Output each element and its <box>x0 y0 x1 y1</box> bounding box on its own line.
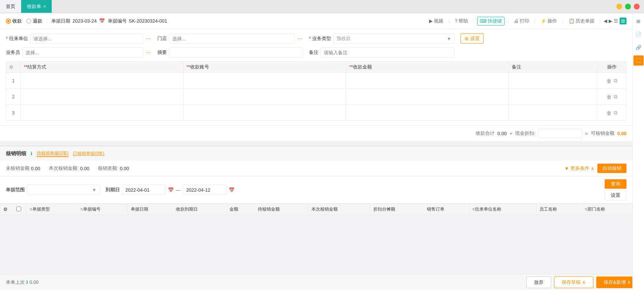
minimize-button[interactable] <box>616 4 622 9</box>
table-settings-button[interactable]: 设置 <box>605 190 627 200</box>
footer-info-icon[interactable]: ℹ <box>26 279 28 285</box>
radio-refund[interactable]: 退款 <box>26 18 42 24</box>
operate-btn[interactable]: ⚡ 操作 <box>538 17 559 25</box>
staff-field: 业务员 ··· <box>6 47 152 58</box>
doc-date-group: 单据日期 2023-03-24 📅 <box>51 18 105 24</box>
auto-verify-button[interactable]: 自动核销 <box>597 164 627 173</box>
row-3-settle[interactable] <box>21 105 184 121</box>
row-1-remark[interactable] <box>509 73 597 89</box>
col-settle-header: **结算方式 <box>21 62 184 73</box>
bottom-col-num: ⇅单据编号 <box>77 204 128 215</box>
grid-icon[interactable]: ⊞ <box>620 17 627 24</box>
range-select[interactable]: ▼ <box>27 185 100 195</box>
sort-icon-4: ⇅ <box>585 207 588 211</box>
query-button[interactable]: 查询 <box>605 179 627 189</box>
nav-prev-icon[interactable]: ◀ <box>604 18 607 24</box>
calendar-to-icon[interactable]: 📅 <box>229 187 235 193</box>
completed-tab[interactable]: 已核销单据(0笔) <box>73 150 105 157</box>
verification-info-icon[interactable]: ℹ <box>31 151 32 156</box>
abandon-button[interactable]: 放弃 <box>526 277 551 288</box>
tab-receipt-label: 收款单 <box>27 3 41 10</box>
row-2-delete-icon[interactable]: 🗑 <box>606 94 612 100</box>
row-2-remark[interactable] <box>509 89 597 105</box>
print-btn[interactable]: 🖨 打印 <box>512 17 531 25</box>
sidebar-link-icon[interactable]: 🔗 <box>633 42 644 52</box>
row-1-delete-icon[interactable]: 🗑 <box>606 78 612 84</box>
footer-doc-value: 0.00 <box>30 279 39 285</box>
history-btn[interactable]: 📋 历史单据 <box>566 17 597 25</box>
row-2-amount[interactable] <box>346 89 509 105</box>
list-icon[interactable]: ☰ <box>614 18 618 24</box>
maximize-button[interactable] <box>625 4 631 9</box>
equals-sign: = <box>585 131 588 136</box>
row-3-account[interactable] <box>183 105 346 121</box>
row-3-actions: 🗑 ⧉ <box>597 105 627 121</box>
total-label: 收款合计 <box>476 130 495 137</box>
discount-input[interactable] <box>538 129 582 138</box>
row-1-amount[interactable] <box>346 73 509 89</box>
bottom-col-staff: 员工名称 <box>536 204 581 215</box>
current-label: 本次核销金额: <box>49 165 79 172</box>
bottom-col-date: 单据日期 <box>128 204 173 215</box>
row-3-delete-icon[interactable]: 🗑 <box>606 110 612 116</box>
close-button[interactable] <box>634 4 640 9</box>
bottom-col-gear: ⚙ <box>0 204 13 215</box>
calendar-icon[interactable]: 📅 <box>99 18 105 24</box>
row-2-actions: 🗑 ⧉ <box>597 89 627 105</box>
sidebar-file-icon[interactable]: 📄 <box>633 29 644 39</box>
more-filters-btn[interactable]: ▼ 更多条件 ∧ <box>564 165 594 172</box>
save-draft-button[interactable]: 保存草稿 ∧ <box>554 277 593 288</box>
doc-num-group: 单据编号 SK-20230324-001 <box>108 18 168 24</box>
nav-next-icon[interactable]: ▶ <box>609 18 612 24</box>
row-1-account[interactable] <box>183 73 346 89</box>
remark-input[interactable] <box>321 47 455 58</box>
row-2-copy-icon[interactable]: ⧉ <box>614 94 617 100</box>
row-1-copy-icon[interactable]: ⧉ <box>614 78 617 84</box>
row-3-copy-icon[interactable]: ⧉ <box>614 110 617 116</box>
help-btn[interactable]: ? 帮助 <box>453 17 470 25</box>
shortcut-btn[interactable]: ⌨ 快捷键 <box>477 17 504 26</box>
video-btn[interactable]: ▶ 视频 <box>427 17 445 25</box>
select-all-checkbox[interactable] <box>16 207 21 211</box>
save-new-arrow-icon: ∧ <box>627 279 631 285</box>
row-3-amount[interactable] <box>346 105 509 121</box>
calendar-from-icon[interactable]: 📅 <box>168 187 174 193</box>
sort-icon: ⇅ <box>30 207 32 211</box>
bottom-col-current: 本次核销金额 <box>309 204 370 215</box>
date-to-input[interactable] <box>183 185 227 195</box>
sidebar-table-icon[interactable]: ⊞ <box>633 16 644 26</box>
row-2-settle[interactable] <box>21 89 184 105</box>
sidebar-expand-icon[interactable]: ⛶ <box>633 55 644 66</box>
counterparty-input[interactable] <box>30 34 143 44</box>
tab-receipt[interactable]: 收款单 × <box>21 0 52 13</box>
bottom-col-dept: ⇅部门名称 <box>581 204 632 215</box>
settings-button[interactable]: ⚙ 设置 <box>460 34 484 44</box>
row-2-account[interactable] <box>183 89 346 105</box>
counterparty-more-icon[interactable]: ··· <box>145 35 152 42</box>
biztype-field: 业务类型 预收款 ▼ <box>309 34 455 44</box>
staff-input[interactable] <box>22 47 143 58</box>
row-2-num: 2 <box>6 89 21 105</box>
bottom-gear-icon[interactable]: ⚙ <box>3 207 8 212</box>
col-actions-header: 操作 <box>597 62 627 73</box>
staff-more-icon[interactable]: ··· <box>145 49 152 56</box>
date-from-input[interactable] <box>122 185 166 195</box>
table-gear-icon[interactable]: ⚙ <box>9 64 13 70</box>
store-input[interactable] <box>169 34 295 44</box>
pending-tab[interactable]: 待核销单据(0笔) <box>37 150 68 157</box>
save-new-button[interactable]: 保存&新增 ∧ <box>596 277 638 288</box>
duedate-label: 到期日 <box>106 187 120 193</box>
radio-receipt[interactable]: 收款 <box>6 18 22 24</box>
diff-label: 核销差额: <box>98 165 118 172</box>
row-1-num: 1 <box>6 73 21 89</box>
biztype-select[interactable]: 预收款 ▼ <box>333 34 455 44</box>
toolbar: 收款 退款 单据日期 2023-03-24 📅 单据编号 SK-20230324… <box>0 13 632 29</box>
remark-field: 备注 <box>309 47 455 58</box>
tab-close-icon[interactable]: × <box>43 4 46 9</box>
row-3-remark[interactable] <box>509 105 597 121</box>
store-more-icon[interactable]: ··· <box>297 35 303 42</box>
window-controls <box>616 4 644 9</box>
tab-home[interactable]: 首页 <box>0 0 21 13</box>
summary-input[interactable] <box>169 47 303 58</box>
row-1-settle[interactable] <box>21 73 184 89</box>
